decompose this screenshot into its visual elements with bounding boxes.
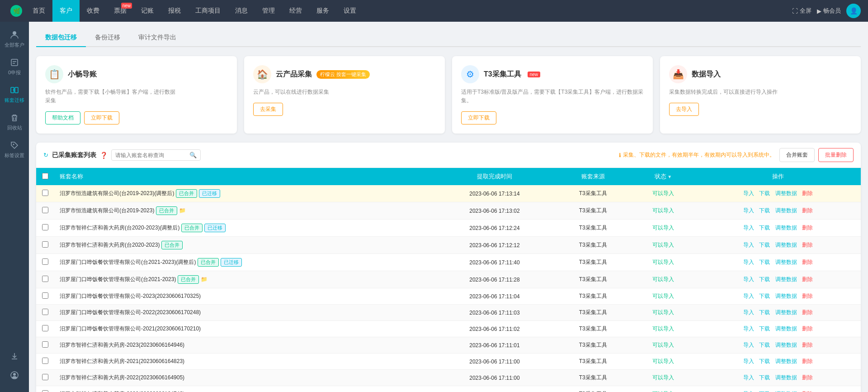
import-link[interactable]: 导入 bbox=[743, 259, 754, 265]
nav-invoice[interactable]: 票据new bbox=[107, 0, 134, 22]
row-checkbox[interactable] bbox=[42, 292, 48, 299]
sidebar-item-download[interactable] bbox=[9, 347, 19, 366]
import-link[interactable]: 导入 bbox=[743, 225, 754, 231]
delete-link[interactable]: 删除 bbox=[802, 374, 813, 381]
import-link[interactable]: 导入 bbox=[743, 325, 754, 332]
download-link[interactable]: 下载 bbox=[759, 293, 770, 299]
delete-link[interactable]: 删除 bbox=[802, 190, 813, 196]
download-link[interactable]: 下载 bbox=[759, 242, 770, 248]
delete-link[interactable]: 删除 bbox=[802, 225, 813, 231]
batch-delete-button[interactable]: 批量删除 bbox=[818, 148, 854, 162]
search-button[interactable]: 🔍 bbox=[189, 152, 197, 158]
download-link[interactable]: 下载 bbox=[759, 374, 770, 381]
tab-data-migration[interactable]: 数据包迁移 bbox=[36, 29, 86, 47]
adjust-link[interactable]: 调整数据 bbox=[775, 259, 797, 265]
folder-icon[interactable]: 📁 bbox=[179, 207, 186, 214]
adjust-link[interactable]: 调整数据 bbox=[775, 276, 797, 282]
delete-link[interactable]: 删除 bbox=[802, 342, 813, 348]
tab-audit-export[interactable]: 审计文件导出 bbox=[129, 29, 185, 47]
row-checkbox[interactable] bbox=[42, 309, 48, 315]
avatar[interactable]: 👤 bbox=[846, 4, 861, 18]
adjust-link[interactable]: 调整数据 bbox=[775, 190, 797, 196]
download-link[interactable]: 下载 bbox=[759, 276, 770, 282]
row-checkbox[interactable] bbox=[42, 207, 48, 213]
download-link[interactable]: 下载 bbox=[759, 358, 770, 364]
download-link[interactable]: 下载 bbox=[759, 259, 770, 265]
adjust-link[interactable]: 调整数据 bbox=[775, 225, 797, 231]
status-sort[interactable]: 状态 bbox=[655, 172, 672, 181]
delete-link[interactable]: 删除 bbox=[802, 207, 813, 214]
nav-settings[interactable]: 设置 bbox=[336, 0, 363, 22]
refresh-icon[interactable]: ↻ bbox=[43, 152, 48, 158]
import-link[interactable]: 导入 bbox=[743, 293, 754, 299]
download-now-button-3[interactable]: 立即下载 bbox=[461, 111, 496, 124]
app-logo[interactable]: 🌿 bbox=[7, 5, 25, 17]
adjust-link[interactable]: 调整数据 bbox=[775, 358, 797, 364]
nav-operation[interactable]: 经营 bbox=[282, 0, 309, 22]
row-checkbox[interactable] bbox=[42, 341, 48, 348]
nav-bookkeeping[interactable]: 记账 bbox=[134, 0, 161, 22]
download-link[interactable]: 下载 bbox=[759, 325, 770, 332]
sidebar-item-zero-report[interactable]: 0申报 bbox=[0, 53, 29, 81]
delete-link[interactable]: 删除 bbox=[802, 242, 813, 248]
sidebar-item-all-customers[interactable]: 全部客户 bbox=[0, 25, 29, 53]
adjust-link[interactable]: 调整数据 bbox=[775, 325, 797, 332]
th-status[interactable]: 状态 bbox=[631, 168, 695, 185]
download-now-button-1[interactable]: 立即下载 bbox=[84, 111, 119, 124]
search-input[interactable] bbox=[115, 152, 188, 158]
nav-tax[interactable]: 报税 bbox=[161, 0, 188, 22]
row-checkbox[interactable] bbox=[42, 241, 48, 248]
folder-icon[interactable]: 📁 bbox=[201, 276, 208, 282]
nav-message[interactable]: 消息 bbox=[228, 0, 255, 22]
adjust-link[interactable]: 调整数据 bbox=[775, 293, 797, 299]
delete-link[interactable]: 删除 bbox=[802, 309, 813, 316]
import-link[interactable]: 导入 bbox=[743, 242, 754, 248]
nav-customer[interactable]: 客户 bbox=[52, 0, 80, 22]
nav-service[interactable]: 服务 bbox=[309, 0, 336, 22]
nav-billing[interactable]: 收费 bbox=[80, 0, 107, 22]
import-link[interactable]: 导入 bbox=[743, 207, 754, 214]
download-link[interactable]: 下载 bbox=[759, 225, 770, 231]
row-checkbox[interactable] bbox=[42, 276, 48, 282]
delete-link[interactable]: 删除 bbox=[802, 276, 813, 282]
delete-link[interactable]: 删除 bbox=[802, 293, 813, 299]
import-link[interactable]: 导入 bbox=[743, 374, 754, 381]
nav-manage[interactable]: 管理 bbox=[255, 0, 282, 22]
row-checkbox[interactable] bbox=[42, 390, 48, 392]
delete-link[interactable]: 删除 bbox=[802, 325, 813, 332]
import-link[interactable]: 导入 bbox=[743, 309, 754, 316]
fullscreen-button[interactable]: ⛶ 全屏 bbox=[792, 7, 811, 15]
adjust-link[interactable]: 调整数据 bbox=[775, 374, 797, 381]
download-link[interactable]: 下载 bbox=[759, 207, 770, 214]
row-checkbox[interactable] bbox=[42, 190, 48, 196]
row-checkbox[interactable] bbox=[42, 325, 48, 331]
adjust-link[interactable]: 调整数据 bbox=[775, 309, 797, 316]
sidebar-item-migrate[interactable]: 账套迁移 bbox=[0, 81, 29, 108]
sidebar-item-tag[interactable]: 标签设置 bbox=[0, 136, 29, 163]
nav-business[interactable]: 工商项目 bbox=[188, 0, 228, 22]
row-checkbox[interactable] bbox=[42, 258, 48, 265]
adjust-link[interactable]: 调整数据 bbox=[775, 207, 797, 214]
nav-home[interactable]: 首页 bbox=[25, 0, 52, 22]
delete-link[interactable]: 删除 bbox=[802, 358, 813, 364]
help-doc-button[interactable]: 帮助文档 bbox=[45, 111, 80, 124]
delete-link[interactable]: 删除 bbox=[802, 259, 813, 265]
go-collect-button[interactable]: 去采集 bbox=[253, 103, 283, 116]
go-import-button[interactable]: 去导入 bbox=[669, 103, 699, 116]
adjust-link[interactable]: 调整数据 bbox=[775, 242, 797, 248]
select-all-checkbox[interactable] bbox=[42, 173, 48, 179]
row-checkbox[interactable] bbox=[42, 224, 48, 230]
download-link[interactable]: 下载 bbox=[759, 190, 770, 196]
sidebar-item-trash[interactable]: 回收站 bbox=[0, 108, 29, 136]
import-link[interactable]: 导入 bbox=[743, 190, 754, 196]
help-icon[interactable]: ❓ bbox=[100, 152, 108, 159]
merge-accounts-button[interactable]: 合并账套 bbox=[779, 148, 815, 162]
tab-backup-migration[interactable]: 备份迁移 bbox=[86, 29, 129, 47]
import-link[interactable]: 导入 bbox=[743, 276, 754, 282]
row-checkbox[interactable] bbox=[42, 358, 48, 364]
adjust-link[interactable]: 调整数据 bbox=[775, 342, 797, 348]
row-checkbox[interactable] bbox=[42, 374, 48, 380]
download-link[interactable]: 下载 bbox=[759, 342, 770, 348]
member-button[interactable]: ▶ 畅会员 bbox=[817, 7, 841, 15]
import-link[interactable]: 导入 bbox=[743, 358, 754, 364]
